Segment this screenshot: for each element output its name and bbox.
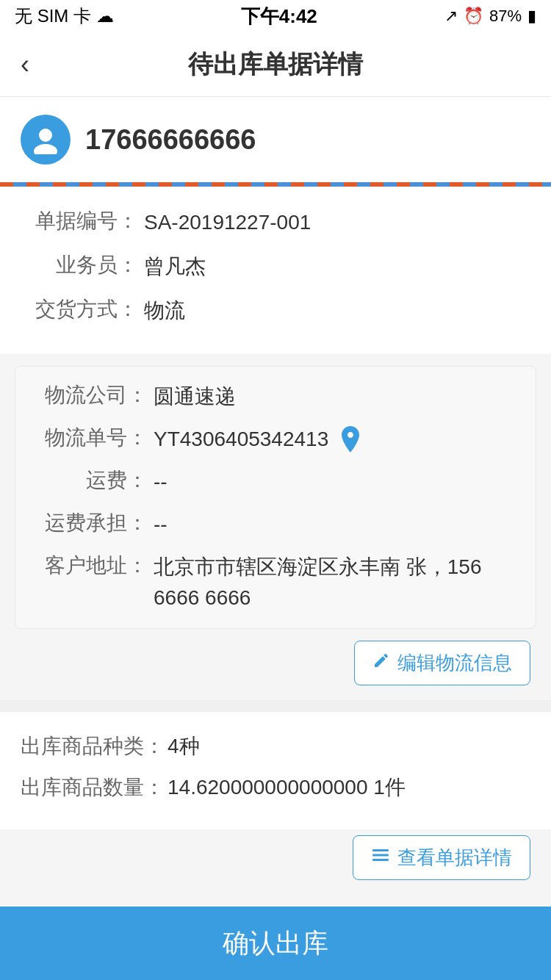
document-number-value: SA-20191227-001 xyxy=(144,207,530,238)
battery-level: 87% xyxy=(489,7,522,26)
logistics-tracking-label: 物流单号： xyxy=(30,424,148,452)
page-title: 待出库单据详情 xyxy=(188,48,363,82)
logistics-company-label: 物流公司： xyxy=(30,381,148,409)
goods-type-label: 出库商品种类： xyxy=(21,732,168,760)
customer-phone: 17666666666 xyxy=(85,124,256,156)
logistics-company-row: 物流公司： 圆通速递 xyxy=(30,381,521,412)
svg-point-1 xyxy=(34,144,57,154)
goods-type-value: 4种 xyxy=(168,732,200,760)
svg-rect-4 xyxy=(372,859,389,861)
delivery-method-row: 交货方式： 物流 xyxy=(21,295,530,326)
view-detail-label: 查看单据详情 xyxy=(397,845,512,871)
status-bar: 无 SIM 卡 ☁ 下午4:42 ↗ ⏰ 87% ▮ xyxy=(0,0,551,32)
battery-icon: ▮ xyxy=(527,7,536,26)
goods-quantity-row: 出库商品数量： 14.620000000000000 1件 xyxy=(21,774,530,801)
goods-quantity-value: 14.620000000000000 1件 xyxy=(168,774,406,801)
nav-bar: ‹ 待出库单据详情 xyxy=(0,32,551,97)
edit-logistics-button[interactable]: 编辑物流信息 xyxy=(354,641,530,685)
order-info-section: 单据编号： SA-20191227-001 业务员： 曾凡杰 交货方式： 物流 xyxy=(0,187,551,354)
status-right: ↗ ⏰ 87% ▮ xyxy=(444,7,536,26)
view-detail-button[interactable]: 查看单据详情 xyxy=(353,835,530,880)
section-divider xyxy=(0,700,551,712)
svg-rect-2 xyxy=(372,849,389,851)
status-time: 下午4:42 xyxy=(241,4,317,29)
freight-bearer-value: -- xyxy=(154,509,521,540)
person-icon xyxy=(31,125,60,154)
delivery-method-value: 物流 xyxy=(144,295,530,326)
address-label: 客户地址： xyxy=(30,552,148,580)
freight-row: 运费： -- xyxy=(30,466,521,497)
tracking-location-icon[interactable] xyxy=(337,426,364,453)
salesperson-row: 业务员： 曾凡杰 xyxy=(21,251,530,282)
logistics-tracking-row: 物流单号： YT4306405342413 xyxy=(30,424,521,455)
freight-bearer-label: 运费承担： xyxy=(30,509,148,537)
sim-status: 无 SIM 卡 ☁ xyxy=(15,4,114,28)
salesperson-label: 业务员： xyxy=(21,251,138,279)
confirm-button[interactable]: 确认出库 xyxy=(0,907,551,980)
detail-icon xyxy=(371,846,390,869)
avatar xyxy=(21,115,71,165)
goods-type-row: 出库商品种类： 4种 xyxy=(21,732,530,760)
delivery-method-label: 交货方式： xyxy=(21,295,138,323)
logistics-tracking-value: YT4306405342413 xyxy=(154,424,521,455)
freight-value: -- xyxy=(154,466,521,497)
address-row: 客户地址： 北京市市辖区海淀区永丰南 张，156 6666 6666 xyxy=(30,552,521,613)
edit-logistics-label: 编辑物流信息 xyxy=(397,650,512,676)
edit-logistics-container: 编辑物流信息 xyxy=(0,641,551,700)
goods-quantity-label: 出库商品数量： xyxy=(21,774,168,801)
view-detail-container: 查看单据详情 xyxy=(0,829,551,901)
customer-header: 17666666666 xyxy=(0,97,551,182)
address-value: 北京市市辖区海淀区永丰南 张，156 6666 6666 xyxy=(154,552,521,613)
logistics-company-value: 圆通速递 xyxy=(154,381,521,412)
logistics-card: 物流公司： 圆通速递 物流单号： YT4306405342413 运费： -- … xyxy=(15,366,536,629)
document-number-label: 单据编号： xyxy=(21,207,138,235)
salesperson-value: 曾凡杰 xyxy=(144,251,530,282)
location-icon: ↗ xyxy=(444,7,458,26)
document-number-row: 单据编号： SA-20191227-001 xyxy=(21,207,530,238)
confirm-button-label: 确认出库 xyxy=(223,926,328,962)
edit-icon xyxy=(372,652,390,674)
svg-point-0 xyxy=(39,129,52,142)
freight-bearer-row: 运费承担： -- xyxy=(30,509,521,540)
svg-rect-3 xyxy=(372,854,389,857)
alarm-icon: ⏰ xyxy=(464,7,483,26)
back-button[interactable]: ‹ xyxy=(21,49,29,80)
goods-section: 出库商品种类： 4种 出库商品数量： 14.620000000000000 1件 xyxy=(0,712,551,829)
freight-label: 运费： xyxy=(30,466,148,494)
status-left: 无 SIM 卡 ☁ xyxy=(15,4,114,28)
